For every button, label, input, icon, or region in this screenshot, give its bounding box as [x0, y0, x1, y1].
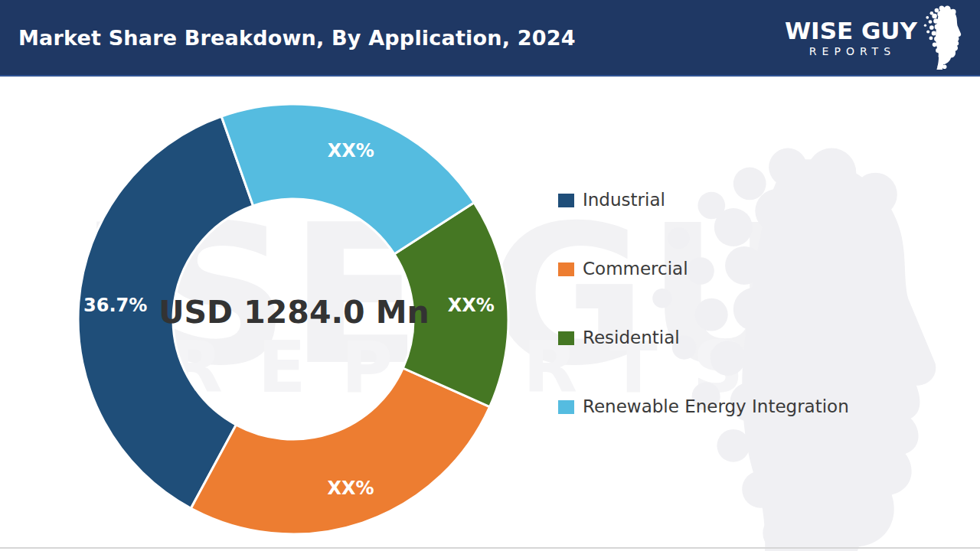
- legend-swatch-icon: [558, 194, 574, 207]
- legend-swatch-icon: [558, 331, 574, 345]
- slice-label: XX%: [448, 295, 495, 316]
- slice-label: XX%: [327, 478, 374, 499]
- slice-label: XX%: [328, 140, 374, 161]
- legend-swatch-icon: [558, 400, 574, 414]
- legend-label: Renewable Energy Integration: [583, 398, 849, 416]
- legend-item: Commercial: [558, 260, 849, 278]
- legend-label: Commercial: [583, 260, 688, 278]
- legend-item: Residential: [558, 329, 849, 347]
- legend-label: Residential: [583, 329, 680, 347]
- legend-item: Renewable Energy Integration: [558, 398, 849, 416]
- chart-legend: Industrial Commercial Residential Renewa…: [558, 191, 849, 416]
- legend-label: Industrial: [583, 191, 665, 209]
- legend-item: Industrial: [558, 191, 849, 209]
- donut-slice: [191, 368, 489, 534]
- legend-swatch-icon: [558, 262, 574, 276]
- chart-center-value: USD 1284.0 Mn: [158, 294, 430, 331]
- slice-label: 36.7%: [83, 295, 147, 316]
